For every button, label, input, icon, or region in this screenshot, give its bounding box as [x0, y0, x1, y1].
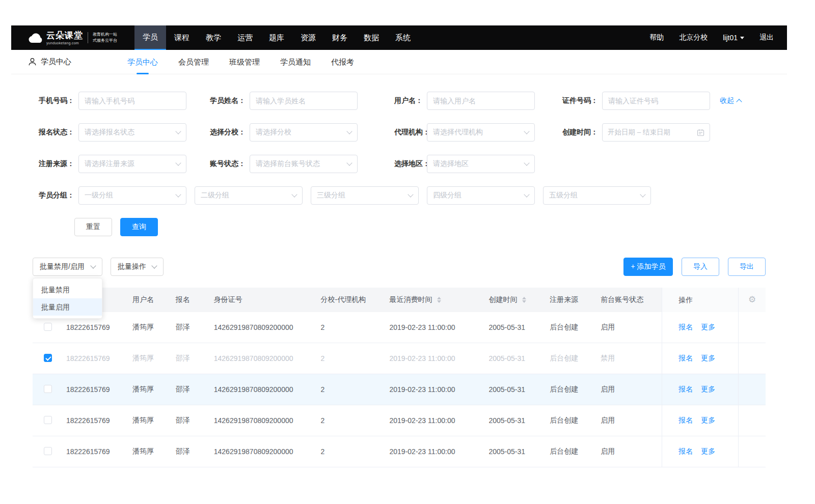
main-content: 手机号码： 学员姓名： 用户名： 证件号码： 收起 — [11, 74, 787, 467]
batch-enable-disable-dropdown[interactable]: 批量禁用/启用 — [33, 258, 102, 276]
tab-proxy-exam[interactable]: 代报考 — [331, 50, 354, 74]
chevron-down-icon — [346, 160, 352, 165]
region-label: 选择地区： — [394, 159, 423, 169]
account-status-select[interactable]: 请选择前台账号状态 — [250, 155, 358, 173]
column-header-username: 用户名 — [127, 295, 171, 304]
brand-tagline-2: 式服务云平台 — [93, 38, 117, 44]
column-header-created[interactable]: 创建时间 — [483, 295, 545, 304]
export-button[interactable]: 导出 — [728, 258, 766, 276]
user-menu[interactable]: lijt01 — [723, 34, 744, 42]
enroll-link[interactable]: 报名 — [678, 354, 693, 363]
row-checkbox[interactable] — [44, 416, 52, 424]
import-button[interactable]: 导入 — [682, 258, 719, 276]
table-row: 18222615769 潘筠厚 邵泽 14262919870809200000 … — [33, 405, 766, 436]
cell-id-number: 14262919870809200000 — [209, 323, 316, 331]
cell-username: 潘筠厚 — [127, 354, 171, 363]
calendar-icon — [697, 129, 704, 136]
more-link[interactable]: 更多 — [701, 385, 715, 394]
more-link[interactable]: 更多 — [701, 323, 715, 332]
row-checkbox[interactable] — [44, 447, 52, 455]
cell-last-consume: 2019-02-23 11:00:00 — [385, 323, 484, 331]
chevron-down-icon — [291, 191, 297, 197]
nav-item-courses[interactable]: 课程 — [166, 25, 198, 50]
group-level4-select[interactable]: 四级分组 — [427, 186, 535, 205]
enroll-status-select[interactable]: 请选择报名状态 — [78, 123, 186, 142]
student-name-input[interactable] — [250, 92, 358, 110]
cell-branch-agency: 2 — [316, 385, 385, 394]
sort-icon[interactable] — [522, 297, 526, 303]
cell-last-consume: 2019-02-23 11:00:00 — [385, 416, 484, 425]
enroll-link[interactable]: 报名 — [678, 447, 693, 456]
menu-item-batch-enable[interactable]: 批量启用 — [33, 298, 102, 316]
more-link[interactable]: 更多 — [701, 416, 715, 425]
enroll-link[interactable]: 报名 — [678, 385, 693, 394]
help-link[interactable]: 帮助 — [649, 33, 664, 42]
group-level3-select[interactable]: 三级分组 — [311, 186, 419, 205]
collapse-toggle[interactable]: 收起 — [720, 96, 741, 105]
batch-operations-dropdown[interactable]: 批量操作 — [111, 258, 164, 276]
agency-select[interactable]: 请选择代理机构 — [427, 123, 535, 142]
enroll-link[interactable]: 报名 — [678, 416, 693, 425]
nav-item-resources[interactable]: 资源 — [292, 25, 324, 50]
column-settings[interactable]: ⚙ — [738, 288, 766, 312]
tab-member-management[interactable]: 会员管理 — [178, 50, 209, 74]
filter-row-2: 报名状态： 请选择报名状态 选择分校： 请选择分校 代理机构： — [33, 123, 766, 142]
students-table: 用户名 报名 身份证号 分校-代理机构 最近消费时间 创建时间 注册来源 前台账… — [33, 288, 766, 467]
cell-enroll: 邵泽 — [171, 385, 209, 394]
enroll-link[interactable]: 报名 — [678, 323, 693, 332]
column-header-last-consume[interactable]: 最近消费时间 — [385, 295, 484, 304]
nav-item-finance[interactable]: 财务 — [324, 25, 356, 50]
nav-item-system[interactable]: 系统 — [387, 25, 419, 50]
phone-input[interactable] — [78, 92, 186, 110]
tab-class-management[interactable]: 班级管理 — [229, 50, 260, 74]
cell-branch-agency: 2 — [316, 416, 385, 425]
branch-link[interactable]: 北京分校 — [679, 33, 708, 42]
nav-item-operations[interactable]: 运营 — [229, 25, 261, 50]
more-link[interactable]: 更多 — [701, 354, 715, 363]
add-student-button[interactable]: + 添加学员 — [623, 258, 673, 276]
group-level2-select[interactable]: 二级分组 — [195, 186, 303, 205]
chevron-down-icon — [151, 263, 157, 268]
cell-last-consume: 2019-02-23 11:00:00 — [385, 447, 484, 456]
branch-select[interactable]: 请选择分校 — [250, 123, 358, 142]
group-level1-select[interactable]: 一级分组 — [78, 186, 186, 205]
region-select[interactable]: 请选择地区 — [427, 155, 535, 173]
username-input[interactable] — [427, 92, 535, 110]
nav-item-data[interactable]: 数据 — [356, 25, 387, 50]
nav-item-teaching[interactable]: 教学 — [198, 25, 229, 50]
more-link[interactable]: 更多 — [701, 447, 715, 456]
brand-tagline-1: 教育机构一站 — [93, 32, 117, 38]
idcard-input[interactable] — [602, 92, 710, 110]
row-checkbox-checked[interactable] — [44, 354, 52, 362]
row-checkbox[interactable] — [44, 323, 52, 331]
caret-down-icon — [740, 37, 744, 39]
table-section: 批量禁用/启用 批量操作 + 添加学员 导入 导出 批量禁用 批量启用 — [33, 258, 766, 467]
reg-source-select[interactable]: 请选择注册来源 — [78, 155, 186, 173]
row-checkbox[interactable] — [44, 385, 52, 393]
chevron-up-icon — [736, 99, 742, 104]
tab-student-notice[interactable]: 学员通知 — [280, 50, 311, 74]
menu-item-batch-disable[interactable]: 批量禁用 — [33, 281, 102, 298]
logout-link[interactable]: 退出 — [759, 33, 774, 42]
sort-icon[interactable] — [437, 297, 441, 303]
cell-branch-agency: 2 — [316, 323, 385, 331]
account-status-label: 账号状态： — [205, 159, 246, 169]
tab-student-center[interactable]: 学员中心 — [127, 50, 158, 74]
created-time-range-picker[interactable]: 开始日期 – 结束日期 — [602, 123, 710, 142]
sub-navbar: 学员中心 学员中心 会员管理 班级管理 学员通知 代报考 — [11, 50, 787, 74]
nav-item-students[interactable]: 学员 — [134, 25, 166, 50]
nav-item-question-bank[interactable]: 题库 — [261, 25, 292, 50]
created-time-label: 创建时间： — [562, 128, 598, 137]
gear-icon[interactable]: ⚙ — [748, 288, 756, 312]
reset-button[interactable]: 重置 — [74, 218, 112, 236]
student-group-label: 学员分组： — [33, 191, 74, 200]
app-frame: 云朵课堂 yunduoketang.com 教育机构一站 式服务云平台 学员 课… — [11, 25, 787, 467]
filter-row-4: 学员分组： 一级分组 二级分组 三级分组 四级分组 — [33, 186, 766, 205]
cell-username: 潘筠厚 — [127, 447, 171, 456]
cell-username: 潘筠厚 — [127, 385, 171, 394]
search-button[interactable]: 查询 — [120, 218, 158, 236]
chevron-down-icon — [524, 128, 529, 134]
branch-select-label: 选择分校： — [205, 128, 246, 137]
group-level5-select[interactable]: 五级分组 — [543, 186, 651, 205]
logo-divider — [88, 32, 88, 43]
